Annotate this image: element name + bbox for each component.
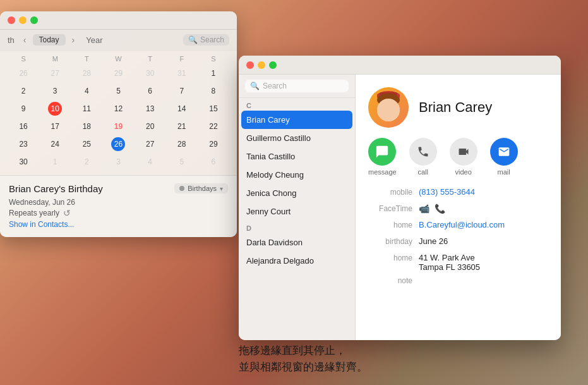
cal-cell[interactable]: 11 [71, 101, 102, 117]
show-in-contacts-link[interactable]: Show in Contacts... [9, 220, 74, 229]
note-label: note [368, 276, 419, 285]
video-action-button[interactable]: video [450, 138, 477, 176]
cal-cell[interactable]: 17 [39, 118, 71, 135]
contacts-body: 🔍 Search C Brian Carey Guillermo Castill… [239, 75, 561, 340]
cal-cell[interactable]: 13 [135, 101, 166, 117]
email-value[interactable]: B.Careyful@icloud.com [419, 220, 548, 229]
contact-detail-panel: Brian Carey message [356, 75, 561, 340]
prev-month-button[interactable]: ‹ [21, 34, 29, 46]
home-address-label: home [368, 253, 419, 262]
calendar-titlebar [0, 11, 237, 30]
today-button[interactable]: Today [33, 34, 66, 46]
cal-cell[interactable]: 27 [135, 136, 166, 152]
cal-cell[interactable]: 1 [198, 65, 229, 82]
calendar-color-dot [179, 186, 184, 191]
contacts-minimize-button[interactable] [258, 61, 265, 69]
cal-cell[interactable]: 26 [8, 65, 39, 82]
cal-cell[interactable]: 29 [102, 65, 134, 82]
cal-cell[interactable]: 31 [166, 65, 198, 82]
cal-cell[interactable]: 29 [198, 136, 229, 152]
caption-line1: 拖移邊緣直到其停止， [239, 343, 368, 359]
contact-item-darla-davidson[interactable]: Darla Davidson [239, 233, 355, 252]
cal-cell[interactable]: 2 [8, 83, 39, 99]
maximize-button[interactable] [30, 16, 38, 24]
cal-cell[interactable]: 22 [198, 118, 229, 135]
cal-cell[interactable]: 12 [102, 101, 134, 117]
message-action-button[interactable]: message [368, 138, 397, 176]
cal-cell[interactable]: 30 [135, 65, 166, 82]
cal-cell[interactable]: 25 [71, 136, 102, 152]
cal-cell[interactable]: 23 [8, 136, 39, 152]
call-action-button[interactable]: call [409, 138, 437, 176]
cal-cell[interactable]: 21 [166, 118, 198, 135]
cal-cell[interactable]: 5 [102, 83, 134, 99]
cal-cell[interactable]: 27 [39, 65, 71, 82]
facetime-field-row: FaceTime 📹 📞 [368, 204, 548, 216]
contact-actions: message call video [368, 138, 548, 176]
cal-cell[interactable]: 7 [166, 83, 198, 99]
cal-cell[interactable]: 20 [135, 118, 166, 135]
cal-cell[interactable]: 1 [39, 154, 71, 170]
cal-cell[interactable]: 14 [166, 101, 198, 117]
cal-cell[interactable]: 2 [71, 154, 102, 170]
cal-cell[interactable]: 6 [198, 154, 229, 170]
facetime-audio-icon[interactable]: 📞 [435, 204, 445, 214]
contact-item-jenny-court[interactable]: Jenny Court [239, 202, 355, 221]
contact-item-brian-carey[interactable]: Brian Carey [241, 111, 352, 129]
address-value: 41 W. Park AveTampa FL 33605 [419, 253, 548, 272]
cal-cell[interactable]: 6 [135, 83, 166, 99]
home-email-label: home [368, 220, 419, 229]
cal-cell[interactable]: 4 [71, 83, 102, 99]
contact-profile: Brian Carey [368, 87, 548, 128]
contact-item-tania-castillo[interactable]: Tania Castillo [239, 147, 355, 166]
contacts-maximize-button[interactable] [269, 61, 277, 69]
calendar-header: th ‹ Today › Year 🔍 Search [0, 30, 237, 51]
calendar-search[interactable]: 🔍 Search [183, 34, 229, 46]
contact-item-melody-cheung[interactable]: Melody Cheung [239, 166, 355, 184]
cal-cell[interactable]: 16 [8, 118, 39, 135]
cal-cell[interactable]: 9 [8, 101, 39, 117]
mail-action-button[interactable]: mail [490, 138, 518, 176]
cal-cell[interactable]: 4 [135, 154, 166, 170]
cal-cell[interactable]: 30 [8, 154, 39, 170]
contacts-list: 🔍 Search C Brian Carey Guillermo Castill… [239, 75, 356, 340]
next-month-button[interactable]: › [69, 34, 78, 46]
calendar-weeks: 26 27 28 29 30 31 1 2 3 4 5 6 7 8 9 10 1… [8, 65, 229, 170]
cal-cell[interactable]: 19 [102, 118, 134, 135]
contact-item-alejandra-delgado[interactable]: Alejandra Delgado [239, 252, 355, 270]
cal-cell[interactable]: 28 [166, 136, 198, 152]
cal-cell[interactable]: 24 [39, 136, 71, 152]
cal-cell[interactable]: 15 [198, 101, 229, 117]
facetime-video-icon[interactable]: 📹 [419, 204, 429, 214]
cal-cell-selected[interactable]: 26 [111, 137, 125, 151]
cal-cell[interactable]: 5 [166, 154, 198, 170]
mobile-value[interactable]: (813) 555-3644 [419, 187, 548, 197]
cal-cell[interactable]: 28 [71, 65, 102, 82]
calendar-chevron[interactable]: ▾ [220, 185, 223, 192]
video-icon [450, 138, 477, 166]
svg-point-8 [377, 99, 400, 121]
cal-cell[interactable]: 3 [102, 154, 134, 170]
caption-text: 拖移邊緣直到其停止， 並與相鄰視窗的邊緣對齊。 [239, 343, 368, 375]
contacts-search-box[interactable]: 🔍 Search [245, 80, 349, 92]
year-label: Year [86, 35, 102, 45]
section-label-d: D [239, 221, 355, 233]
cal-cell[interactable]: 8 [198, 83, 229, 99]
contacts-close-button[interactable] [246, 61, 254, 69]
cal-cell[interactable]: 3 [39, 83, 71, 99]
minimize-button[interactable] [19, 16, 27, 24]
close-button[interactable] [8, 16, 15, 24]
mail-icon [490, 138, 518, 166]
cal-cell-today[interactable]: 10 [48, 102, 62, 116]
contacts-search-area: 🔍 Search [239, 75, 355, 98]
contact-item-guillermo-castillo[interactable]: Guillermo Castillo [239, 129, 355, 147]
month-label: th [8, 35, 15, 45]
contact-item-jenica-chong[interactable]: Jenica Chong [239, 184, 355, 202]
calendar-badge: Birthdays ▾ [174, 183, 228, 193]
birthday-value: June 26 [419, 236, 548, 246]
note-field-row: note [368, 276, 548, 288]
search-label: Search [200, 35, 224, 44]
cal-cell[interactable]: 18 [71, 118, 102, 135]
calendar-name: Birthdays [188, 185, 217, 192]
message-icon [368, 138, 396, 166]
